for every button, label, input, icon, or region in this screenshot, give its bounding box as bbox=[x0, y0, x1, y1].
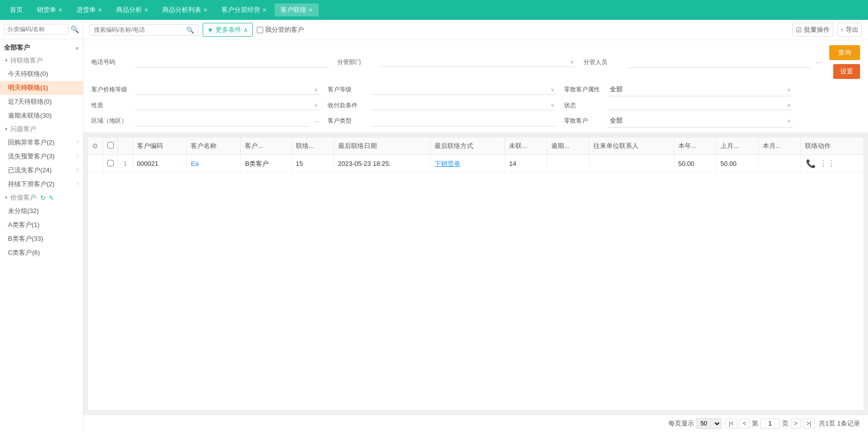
sidebar-item-already-lost[interactable]: 已流失客户(24) ? bbox=[0, 163, 83, 177]
price-level-select[interactable]: ∨ bbox=[135, 85, 320, 95]
td-overdue bbox=[547, 155, 589, 173]
page-number-input[interactable] bbox=[760, 419, 780, 429]
my-customers-checkbox[interactable]: 我分管的客户 bbox=[257, 25, 304, 34]
nav-product-list-close-icon[interactable]: ✕ bbox=[203, 7, 208, 13]
sidebar-item-today[interactable]: 今天待联络(0) bbox=[0, 67, 83, 81]
sidebar-item-ungrouped[interactable]: 未分组(32) bbox=[0, 204, 83, 218]
retail-customer-arrow: ∨ bbox=[787, 118, 791, 124]
sidebar-item-type-b[interactable]: B类客户(33) bbox=[0, 232, 83, 246]
row-checkbox[interactable] bbox=[107, 160, 114, 166]
next-page-button[interactable]: > bbox=[791, 419, 801, 429]
contact-more-icon[interactable]: ⋮⋮ bbox=[819, 159, 835, 168]
sidebar-item-overdue[interactable]: 逾期未联络(30) bbox=[0, 109, 83, 123]
prev-page-button[interactable]: < bbox=[739, 419, 750, 429]
nav-customer-tier-close-icon[interactable]: ✕ bbox=[262, 7, 267, 13]
table-footer: 每页显示 50 100 200 |< < 第 页 > >| 共1页 1条记录 bbox=[83, 415, 868, 432]
dept-select[interactable]: ∨ bbox=[381, 57, 575, 67]
retail-attr-arrow: ∨ bbox=[787, 87, 791, 92]
sidebar-search-icon[interactable]: 🔍 bbox=[71, 25, 79, 33]
filter-phone: 电话号码 bbox=[91, 57, 329, 68]
nav-customer-contact[interactable]: 客户联络 ✕ bbox=[275, 3, 319, 16]
nav-product-list[interactable]: 商品分析列表 ✕ bbox=[156, 3, 214, 16]
sidebar-group-pending-label: 待联络客户 bbox=[10, 56, 43, 65]
edit-icon[interactable]: ✎ bbox=[49, 194, 54, 202]
collapse-icon[interactable]: « bbox=[75, 44, 79, 52]
nav-customer-contact-close-icon[interactable]: ✕ bbox=[308, 7, 313, 13]
sidebar-item-lost-risk-label: 流失预警客户(3) bbox=[8, 152, 55, 161]
bulk-operation-button[interactable]: ☑ 批量操作 bbox=[793, 23, 833, 37]
dept-label: 分管部门 bbox=[337, 58, 377, 67]
filter-person: 分管人员 ··· bbox=[583, 57, 821, 68]
nav-purchase-close-icon[interactable]: ✕ bbox=[98, 7, 102, 13]
sidebar-item-repurchase[interactable]: 回购异常客户(2) ? bbox=[0, 136, 83, 149]
settings-button[interactable]: 设置 bbox=[833, 64, 860, 79]
retail-customer-select[interactable]: 全部 ∨ bbox=[608, 114, 793, 128]
sidebar-group-value-label: 价值客户 bbox=[10, 193, 36, 202]
th-no-contact-label: 未联... bbox=[509, 142, 527, 149]
first-page-button[interactable]: |< bbox=[725, 419, 737, 429]
person-input[interactable] bbox=[627, 57, 812, 68]
retail-attr-select[interactable]: 全部 ∨ bbox=[608, 83, 793, 96]
sidebar-group-value[interactable]: 价值客户 ↻ ✎ bbox=[0, 191, 83, 204]
nav-product-analysis-close-icon[interactable]: ✕ bbox=[144, 7, 148, 13]
sidebar-group-problem[interactable]: 问题客户 bbox=[0, 123, 83, 136]
main-search-input[interactable] bbox=[94, 26, 184, 33]
sidebar-item-lost-risk[interactable]: 流失预警客户(3) ? bbox=[0, 149, 83, 163]
row-name: Ea bbox=[191, 160, 199, 167]
sidebar-item-type-a[interactable]: A类客户(1) bbox=[0, 218, 83, 232]
sidebar-group-pending[interactable]: 待联络客户 bbox=[0, 54, 83, 67]
refresh-icon[interactable]: ↻ bbox=[40, 194, 46, 202]
sidebar-item-decline[interactable]: 持续下滑客户(2) ? bbox=[0, 177, 83, 191]
help-icon-already-lost[interactable]: ? bbox=[76, 167, 79, 173]
export-button[interactable]: ↑ 导出 bbox=[837, 23, 863, 37]
filter-status: 状态 ∨ bbox=[564, 100, 793, 110]
nav-sales[interactable]: 销货单 ✕ bbox=[31, 3, 69, 16]
select-all-checkbox[interactable] bbox=[107, 142, 114, 148]
main-search-icon[interactable]: 🔍 bbox=[186, 26, 194, 34]
filter-payment: 收付款条件 ∨ bbox=[328, 100, 556, 110]
td-code: 000021 bbox=[133, 155, 187, 173]
per-page-select[interactable]: 50 100 200 bbox=[696, 418, 722, 429]
more-filter-button[interactable]: ▼ 更多条件 ∧ bbox=[203, 23, 253, 37]
td-last-contact-date: 2023-05-23 18:25: bbox=[334, 155, 431, 173]
person-dots[interactable]: ··· bbox=[815, 58, 821, 66]
filter-icon: ▼ bbox=[207, 26, 214, 34]
status-select[interactable]: ∨ bbox=[608, 100, 793, 110]
status-label: 状态 bbox=[564, 101, 604, 110]
nature-select[interactable]: ∨ bbox=[135, 100, 320, 110]
per-page-label: 每页显示 bbox=[668, 419, 694, 428]
nav-product-analysis[interactable]: 商品分析 ✕ bbox=[110, 3, 154, 16]
region-dots[interactable]: ··· bbox=[314, 117, 320, 125]
data-table-container: ⚙ 客户编码 客户名称 客户... bbox=[87, 137, 864, 411]
row-last-contact-method[interactable]: 下销货单 bbox=[434, 160, 460, 167]
customer-type-input[interactable] bbox=[371, 115, 556, 127]
th-last-contact-method-label: 最后联络方式 bbox=[434, 142, 473, 149]
sidebar-item-tomorrow[interactable]: 明天待联络(1) bbox=[0, 81, 83, 95]
help-icon-decline[interactable]: ? bbox=[76, 181, 79, 187]
my-customers-check-input[interactable] bbox=[257, 27, 263, 33]
payment-select[interactable]: ∨ bbox=[371, 100, 556, 110]
region-input[interactable] bbox=[135, 115, 310, 127]
nav-sales-close-icon[interactable]: ✕ bbox=[58, 7, 63, 13]
row-code: 000021 bbox=[137, 160, 158, 167]
contact-call-icon[interactable]: 📞 bbox=[806, 159, 816, 168]
last-page-button[interactable]: >| bbox=[803, 419, 815, 429]
sidebar-item-week[interactable]: 近7天待联络(0) bbox=[0, 95, 83, 109]
my-customers-label: 我分管的客户 bbox=[265, 25, 304, 34]
sidebar-item-today-label: 今天待联络(0) bbox=[8, 70, 48, 78]
nav-customer-tier[interactable]: 客户分层经营 ✕ bbox=[216, 3, 273, 16]
nav-purchase[interactable]: 进货单 ✕ bbox=[71, 3, 108, 16]
sidebar-item-type-c[interactable]: C类客户(6) bbox=[0, 246, 83, 260]
help-icon-repurchase[interactable]: ? bbox=[76, 140, 79, 145]
table-header-row: ⚙ 客户编码 客户名称 客户... bbox=[88, 138, 864, 155]
all-customers-header[interactable]: 全部客户 « bbox=[0, 39, 83, 54]
customer-level-select[interactable]: ∨ bbox=[371, 85, 556, 95]
query-button[interactable]: 查询 bbox=[829, 45, 860, 60]
sidebar-search-input[interactable] bbox=[4, 24, 69, 35]
help-icon-lost-risk[interactable]: ? bbox=[76, 153, 79, 159]
phone-input[interactable] bbox=[135, 57, 329, 68]
price-level-label: 客户价格等级 bbox=[91, 85, 131, 94]
nav-home[interactable]: 首页 bbox=[4, 3, 29, 16]
column-settings-icon[interactable]: ⚙ bbox=[92, 142, 98, 150]
filter-dept: 分管部门 ∨ bbox=[337, 57, 575, 67]
